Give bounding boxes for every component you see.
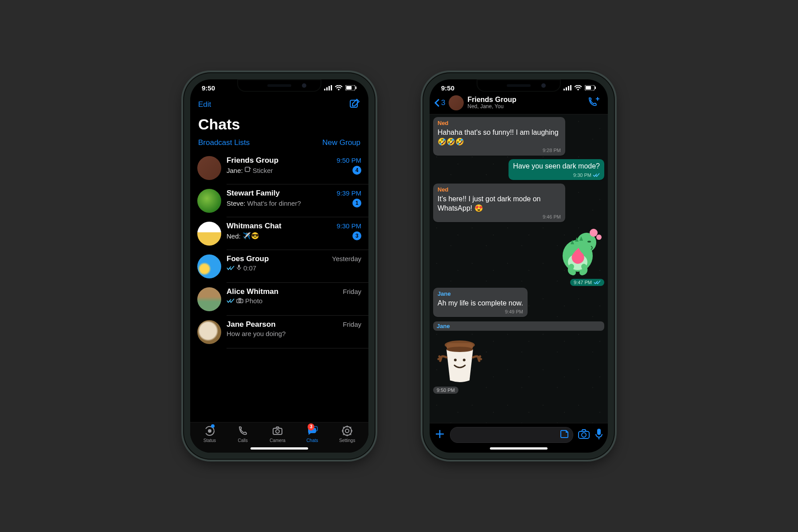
svg-rect-1 [326, 87, 328, 90]
svg-rect-34 [586, 86, 591, 90]
svg-rect-29 [566, 87, 567, 90]
wifi-icon [574, 85, 582, 90]
call-add-icon[interactable] [587, 96, 603, 110]
group-avatar[interactable] [449, 95, 464, 110]
read-ticks-icon [593, 173, 600, 177]
chat-preview: 0:07 [227, 264, 256, 272]
message-incoming[interactable]: Ned It's here!! I just got dark mode on … [433, 184, 565, 222]
chat-name: Whitmans Chat [227, 222, 282, 231]
broadcast-lists-link[interactable]: Broadcast Lists [198, 138, 250, 147]
home-indicator[interactable] [490, 447, 548, 450]
group-name: Friends Group [467, 96, 584, 104]
camera-icon[interactable] [578, 429, 590, 441]
svg-rect-0 [324, 89, 325, 90]
chat-row[interactable]: Stewart Family9:39 PMSteve:What's for di… [190, 184, 368, 217]
msg-time: 9:49 PM [438, 309, 523, 315]
svg-point-55 [582, 433, 586, 437]
svg-point-42 [590, 229, 598, 237]
msg-time: 9:28 PM [438, 147, 561, 153]
chat-sender: Jane: [227, 167, 243, 174]
thread-title[interactable]: Friends Group Ned, Jane, You [467, 96, 584, 110]
chat-preview: Steve:What's for dinner? [227, 200, 301, 207]
message-incoming[interactable]: Ned Hahaha that's so funny!! I am laughi… [433, 117, 565, 156]
svg-rect-28 [563, 89, 565, 90]
notch [237, 79, 321, 92]
svg-rect-3 [331, 85, 332, 90]
edit-link[interactable]: Edit [198, 100, 211, 109]
sticker-time: 9:50 PM [433, 387, 458, 394]
camera-icon [236, 297, 243, 305]
msg-text: Ah my life is complete now. [438, 299, 523, 307]
chat-preview-text: 0:07 [243, 264, 256, 272]
chat-row[interactable]: Friends Group9:50 PMJane:Sticker4 [190, 152, 368, 184]
phone-left: 9:50 Edit Chats Broadcast Lists Ne [184, 73, 375, 459]
unread-badge: 4 [352, 166, 361, 175]
svg-point-13 [239, 300, 241, 302]
chat-time: 9:39 PM [336, 189, 361, 197]
dino-sticker-icon [551, 224, 604, 277]
chat-row[interactable]: Whitmans Chat9:30 PMNed:✈️😎3 [190, 217, 368, 250]
compose-icon[interactable] [349, 98, 360, 111]
sender-pill: Jane [433, 321, 604, 331]
chat-time: Friday [343, 321, 361, 328]
tab-label: Chats [306, 438, 318, 443]
stickers-icon[interactable] [559, 429, 569, 441]
avatar[interactable] [197, 189, 221, 213]
svg-rect-31 [570, 85, 571, 90]
chat-name: Stewart Family [227, 189, 280, 198]
chat-name: Friends Group [227, 156, 278, 165]
tab-settings[interactable]: Settings [339, 425, 355, 443]
svg-rect-10 [238, 265, 240, 268]
msg-sender: Ned [438, 186, 561, 194]
avatar[interactable] [197, 156, 221, 180]
status-time: 9:50 [441, 84, 454, 92]
tab-camera[interactable]: Camera [270, 425, 286, 443]
svg-point-4 [338, 89, 340, 90]
status-time: 9:50 [202, 84, 215, 92]
avatar[interactable] [197, 254, 221, 278]
svg-rect-2 [329, 86, 330, 90]
chat-time: 9:30 PM [336, 222, 361, 230]
chat-name: Foes Group [227, 254, 269, 263]
avatar[interactable] [197, 222, 221, 246]
tab-chats[interactable]: Chats 3 [306, 425, 318, 443]
back-button[interactable]: 3 [434, 98, 445, 107]
message-input[interactable] [450, 427, 573, 443]
sticker-outgoing[interactable]: 9:47 PM [433, 224, 604, 286]
mic-icon[interactable] [595, 428, 603, 442]
avatar[interactable] [197, 287, 221, 311]
chat-row[interactable]: Jane PearsonFridayHow are you doing? [190, 316, 368, 348]
chat-time: 9:50 PM [336, 156, 361, 164]
tab-status[interactable]: Status [203, 425, 216, 443]
tab-label: Camera [270, 438, 286, 443]
battery-icon [345, 85, 357, 90]
plus-icon[interactable] [434, 428, 446, 442]
back-count: 3 [441, 98, 445, 107]
chat-row[interactable]: Foes GroupYesterday0:07 [190, 250, 368, 283]
msg-sender: Jane [438, 290, 523, 298]
battery-icon [585, 85, 596, 90]
svg-rect-9 [245, 167, 250, 172]
group-members: Ned, Jane, You [467, 104, 584, 110]
svg-rect-35 [595, 86, 596, 89]
unread-badge: 1 [352, 199, 361, 207]
svg-rect-6 [346, 86, 352, 90]
tab-calls[interactable]: Calls [237, 425, 249, 443]
message-incoming[interactable]: Jane Ah my life is complete now. 9:49 PM [433, 288, 528, 317]
home-indicator[interactable] [250, 447, 308, 450]
chat-preview: Jane:Sticker [227, 167, 273, 174]
sticker-incoming[interactable]: 9:50 PM [433, 332, 604, 394]
msg-sender: Ned [438, 120, 561, 127]
chat-row[interactable]: Alice WhitmanFridayPhoto [190, 283, 368, 316]
message-outgoing[interactable]: Have you seen dark mode? 9:30 PM [509, 159, 604, 180]
chat-preview: How are you doing? [227, 330, 286, 337]
chat-preview-text: Photo [245, 297, 262, 305]
new-group-link[interactable]: New Group [322, 138, 360, 147]
avatar[interactable] [197, 320, 221, 344]
msg-text: Hahaha that's so funny!! I am laughing 🤣… [438, 129, 559, 145]
msg-time: 9:30 PM [513, 172, 600, 178]
chat-preview-text: ✈️😎 [243, 232, 259, 240]
chat-preview: Photo [227, 297, 262, 305]
tab-label: Calls [238, 438, 248, 443]
svg-point-51 [463, 359, 466, 361]
